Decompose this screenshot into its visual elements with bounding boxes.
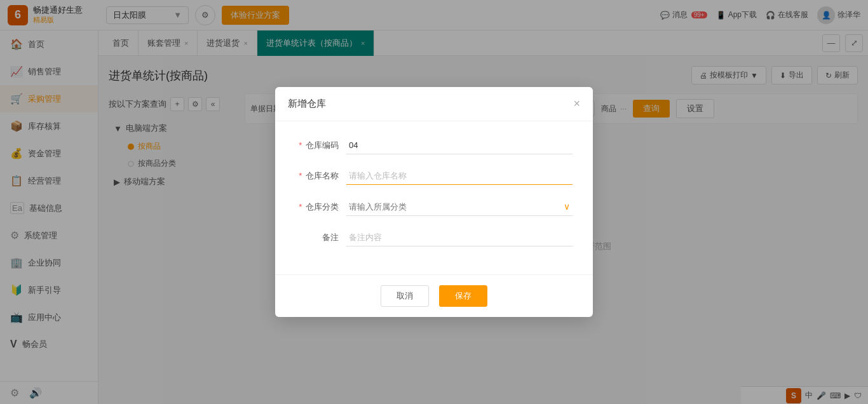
name-label: * 仓库名称 (295, 170, 346, 182)
code-required: * (299, 140, 302, 150)
modal-footer: 取消 保存 (275, 274, 593, 317)
add-warehouse-modal: 新增仓库 × * 仓库编码 * 仓库名称 * 仓库分类 (275, 87, 593, 317)
modal-header: 新增仓库 × (275, 87, 593, 121)
remark-input[interactable] (346, 229, 573, 246)
form-row-category: * 仓库分类 ∨ (295, 198, 573, 216)
modal-title: 新增仓库 (288, 98, 326, 110)
code-label: * 仓库编码 (295, 140, 346, 151)
name-required: * (299, 171, 302, 180)
code-input[interactable] (346, 137, 573, 154)
modal-close-button[interactable]: × (573, 97, 580, 111)
form-row-code: * 仓库编码 (295, 137, 573, 154)
category-select-wrap[interactable]: ∨ (346, 198, 573, 216)
form-row-name: * 仓库名称 (295, 167, 573, 185)
save-button[interactable]: 保存 (439, 285, 487, 307)
name-input[interactable] (346, 167, 573, 185)
category-input[interactable] (349, 202, 564, 212)
modal-body: * 仓库编码 * 仓库名称 * 仓库分类 ∨ (275, 121, 593, 274)
form-row-remark: 备注 (295, 229, 573, 246)
category-label: * 仓库分类 (295, 201, 346, 213)
cancel-button[interactable]: 取消 (381, 285, 429, 307)
category-arrow-icon: ∨ (564, 201, 570, 212)
remark-label: 备注 (295, 232, 346, 243)
category-required: * (299, 202, 302, 212)
